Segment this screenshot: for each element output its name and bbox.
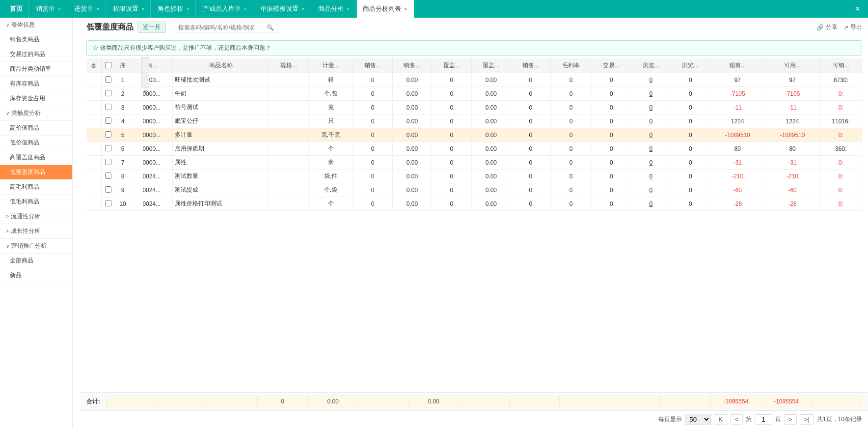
row-checkbox[interactable] [105, 76, 111, 83]
nav-tab-templateset[interactable]: 单据模板设置 × [254, 0, 311, 18]
row-checkbox[interactable] [105, 172, 111, 179]
sidebar-group-flow-label: 类畅度分析 [11, 109, 41, 117]
close-productinstock-icon[interactable]: × [244, 6, 247, 12]
sidebar-group-liquidity[interactable]: > 流通性分析 [0, 209, 72, 224]
window-close-button[interactable]: × [851, 4, 864, 14]
nav-tab-productanalysis[interactable]: 商品分析 × [312, 0, 356, 18]
sidebar-item-high-margin[interactable]: 高毛利商品 [0, 180, 72, 195]
close-salesorder-icon[interactable]: × [58, 6, 61, 12]
close-purchaseorder-icon[interactable]: × [96, 6, 99, 12]
col-settings[interactable]: ⚙ [86, 58, 101, 73]
per-page-select[interactable]: 50 100 200 [685, 414, 711, 425]
table-row: 100024...属性价格打印测试个00.0000.0000000-28-280… [86, 197, 862, 211]
sidebar-group-overall-label: 整体信息 [11, 21, 35, 29]
sidebar-group-growth-label: 成长性分析 [11, 227, 40, 235]
top-navigation: 首页 销货单 × 进货单 × 权限设置 × 角色授权 × 产成品入库单 × 单据… [0, 0, 868, 18]
row-checkbox[interactable] [105, 117, 111, 124]
pagination: 每页显示 50 100 200 K < 第 页 > >| 共1页，10条记录 [81, 410, 868, 428]
search-input[interactable] [178, 24, 267, 31]
nav-tab-productanalysislist[interactable]: 商品分析列表 × [357, 0, 413, 18]
row-checkbox[interactable] [105, 104, 111, 110]
col-spec: 规格... [269, 58, 308, 73]
sidebar-item-low-value[interactable]: 低价值商品 [0, 136, 72, 150]
table-row: 90024...测试提成个,袋00.0000.0000000-60-600: [86, 183, 862, 197]
per-page-label: 每页显示 [658, 415, 682, 424]
nav-tab-salesorder[interactable]: 销货单 × [30, 0, 67, 18]
table-row: 80024...测试数量袋,件00.0000.0000000-210-2100: [86, 170, 862, 183]
sidebar-item-category-salesrate[interactable]: 商品分类动销率 [0, 62, 72, 77]
table-container: ⚙ 序 商... 商品名称 规格... 计量... 销售... 销售... 覆盖… [81, 58, 868, 392]
sidebar-item-low-margin[interactable]: 低毛利商品 [0, 195, 72, 209]
row-checkbox[interactable] [105, 131, 111, 138]
row-checkbox[interactable] [105, 145, 111, 151]
filter-period-button[interactable]: 近一月 [137, 22, 166, 33]
close-productanalysislist-icon[interactable]: × [404, 6, 407, 12]
table-row: 20000...牛奶个,包00.0000.0000000-7105-71050: [86, 87, 862, 101]
close-roleauth-icon[interactable]: × [186, 6, 189, 12]
nav-tab-productinstock-label: 产成品入库单 [203, 4, 241, 13]
close-permissions-icon[interactable]: × [141, 6, 144, 12]
sidebar-item-stock-goods[interactable]: 有库存商品 [0, 77, 72, 91]
row-checkbox[interactable] [105, 90, 111, 96]
table-row: 50000...多计量克,千克00.0000.0000000-1089510-1… [86, 128, 862, 142]
col-sales-qty: 销售... [353, 58, 392, 73]
close-templateset-icon[interactable]: × [301, 6, 304, 12]
export-button[interactable]: ↗ 导出 [843, 23, 862, 31]
col-checkbox[interactable] [101, 58, 115, 73]
col-code: 商... [131, 58, 172, 73]
row-checkbox[interactable] [105, 200, 111, 206]
nav-tab-home[interactable]: 首页 [4, 0, 29, 18]
sidebar-item-high-coverage[interactable]: 高覆盖度商品 [0, 150, 72, 165]
sidebar-item-all-goods[interactable]: 全部商品 [0, 254, 72, 268]
row-checkbox[interactable] [105, 186, 111, 193]
nav-tab-roleauth[interactable]: 角色授权 × [152, 0, 195, 18]
select-all-checkbox[interactable] [105, 62, 111, 68]
sidebar-group-marketing[interactable]: ∨ 营销推广分析 [0, 239, 72, 254]
sidebar-item-low-coverage[interactable]: 低覆盖度商品 [0, 165, 72, 180]
sidebar-item-high-value[interactable]: 高价值商品 [0, 121, 72, 136]
col-browse2: 浏览... [671, 58, 710, 73]
nav-tab-permissions-label: 权限设置 [113, 4, 138, 13]
banner-icon: ☆ [93, 44, 99, 51]
sidebar-item-sales-goods[interactable]: 销售类商品 [0, 32, 72, 47]
table-body: 10000...旺辅批次测试箱00.0000.000000097978730:2… [86, 73, 862, 211]
col-current-stock: 现有... [710, 58, 765, 73]
content-header: 低覆盖度商品 近一月 🔍 🔗 分享 ↗ 导出 [81, 18, 868, 37]
sidebar-group-flow[interactable]: ∨ 类畅度分析 [0, 106, 72, 121]
sidebar-group-liquidity-label: 流通性分析 [11, 212, 40, 221]
search-box[interactable]: 🔍 [174, 23, 278, 32]
first-page-button[interactable]: K [714, 414, 727, 425]
col-trade: 交易... [592, 58, 631, 73]
col-sales-amt: 销售... [392, 58, 432, 73]
table-header-row: ⚙ 序 商... 商品名称 规格... 计量... 销售... 销售... 覆盖… [86, 58, 862, 73]
col-sales3: 销售... [511, 58, 550, 73]
sidebar-item-new-goods[interactable]: 新品 [0, 268, 72, 283]
sidebar-group-overall[interactable]: ∨ 整体信息 [0, 18, 72, 32]
next-page-button[interactable]: > [784, 414, 797, 425]
close-productanalysis-icon[interactable]: × [347, 6, 350, 12]
col-cover1: 覆盖... [432, 58, 471, 73]
nav-tab-purchaseorder-label: 进货单 [74, 4, 93, 13]
page-suffix: 页 [775, 415, 781, 424]
nav-tab-permissions[interactable]: 权限设置 × [107, 0, 151, 18]
page-number-input[interactable] [755, 414, 772, 425]
nav-tab-purchaseorder[interactable]: 进货单 × [68, 0, 106, 18]
sidebar-item-stock-capital[interactable]: 库存资金占用 [0, 91, 72, 106]
last-page-button[interactable]: >| [800, 414, 814, 425]
col-cover2: 覆盖... [471, 58, 511, 73]
nav-tab-productanalysis-label: 商品分析 [318, 4, 344, 13]
sidebar-collapse-button[interactable]: « [141, 57, 149, 87]
footer-label: 合计: [86, 398, 100, 406]
nav-tab-productinstock[interactable]: 产成品入库单 × [197, 0, 253, 18]
page-title: 低覆盖度商品 [86, 22, 134, 32]
table-row: 70000...属性米00.0000.0000000-31-310: [86, 156, 862, 170]
share-label: 分享 [826, 23, 838, 31]
data-table: ⚙ 序 商... 商品名称 规格... 计量... 销售... 销售... 覆盖… [86, 58, 862, 211]
prev-page-button[interactable]: < [730, 414, 743, 425]
share-icon: 🔗 [816, 24, 824, 31]
sidebar-group-marketing-label: 营销推广分析 [11, 242, 47, 250]
sidebar-item-traded-goods[interactable]: 交易过的商品 [0, 47, 72, 62]
sidebar-group-growth[interactable]: > 成长性分析 [0, 224, 72, 239]
share-button[interactable]: 🔗 分享 [816, 23, 838, 31]
row-checkbox[interactable] [105, 159, 111, 165]
